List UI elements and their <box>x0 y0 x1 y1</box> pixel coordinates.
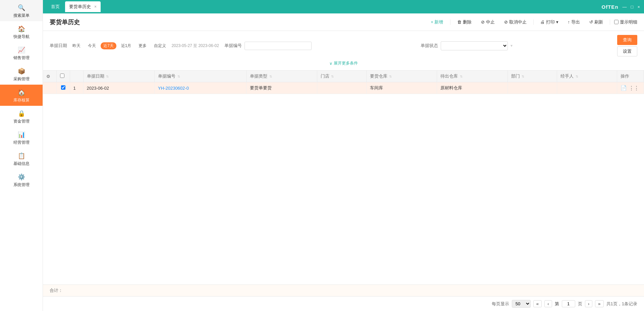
col-pending-warehouse[interactable]: 待出仓库 ⇅ <box>437 71 507 82</box>
print-button[interactable]: 🖨 打印 ▾ <box>538 18 561 27</box>
col-bill-type[interactable]: 单据类型 ⇅ <box>247 71 317 82</box>
date-filter-1month[interactable]: 近1月 <box>118 42 134 49</box>
col-handler[interactable]: 经手人 ⇅ <box>557 71 617 82</box>
cell-checkbox <box>56 82 70 94</box>
tab-active[interactable]: 要货单历史 × <box>65 1 101 12</box>
last-page-button[interactable]: » <box>595 300 603 307</box>
sort-handler-icon: ⇅ <box>576 75 578 78</box>
sort-store-icon: ⇅ <box>331 75 334 78</box>
date-filter-more[interactable]: 更多 <box>136 42 149 49</box>
export-icon: ↑ <box>568 19 570 25</box>
cell-bill-type: 要货单要货 <box>247 82 317 94</box>
col-store[interactable]: 门店 ⇅ <box>317 71 366 82</box>
col-req-warehouse[interactable]: 要货仓库 ⇅ <box>366 71 437 82</box>
bill-no-filter-group: 单据编号 <box>224 42 416 50</box>
sort-date-icon: ⇅ <box>106 75 109 78</box>
cell-pending-warehouse: 原材料仓库 <box>437 82 507 94</box>
total-info: 共1页，1条记录 <box>606 301 637 307</box>
system-icon: ⚙️ <box>18 173 25 181</box>
col-date[interactable]: 单据日期 ⇅ <box>83 71 155 82</box>
page-header: 要货单历史 + 新增 🗑 删除 ⊘ 中止 ⊘ 取消中止 🖨 打印 ▾ <box>43 13 644 31</box>
query-button[interactable]: 查询 <box>617 35 637 45</box>
cell-bill-no[interactable]: YH-20230602-0 <box>155 82 247 94</box>
sidebar-item-finance[interactable]: 🔒 资金管理 <box>0 106 43 127</box>
page-go-label: 第 <box>555 301 559 307</box>
export-button[interactable]: ↑ 导出 <box>565 18 583 27</box>
sidebar-item-inventory[interactable]: 🏠 库存核算 <box>0 85 43 106</box>
col-bill-no[interactable]: 单据编号 ⇅ <box>155 71 247 82</box>
expand-more-btn[interactable]: ∨ 展开更多条件 <box>50 59 637 68</box>
date-filter-group: 单据日期 昨天 今天 近7天 近1月 更多 自定义 2023-05-27 至 2… <box>50 42 219 49</box>
page-title: 要货单历史 <box>50 18 428 26</box>
first-page-button[interactable]: « <box>533 300 542 307</box>
sidebar-item-sales[interactable]: 📈 销售管理 <box>0 42 43 63</box>
delete-icon: 🗑 <box>457 19 462 25</box>
topbar-right: OfTEn — □ × <box>602 4 640 10</box>
status-filter-group: 单据状态 ▾ <box>421 41 612 50</box>
row-op-icons: 📄 ⋮⋮ <box>621 85 640 91</box>
table-area: ⚙ 单据日期 ⇅ 单据编号 ⇅ 单据类型 ⇅ <box>43 71 644 284</box>
sidebar-item-system[interactable]: ⚙️ 系统管理 <box>0 169 43 190</box>
cell-dept <box>507 82 557 94</box>
expand-icon: ∨ <box>329 61 332 66</box>
col-settings[interactable]: ⚙ <box>43 71 56 82</box>
print-icon: 🖨 <box>540 19 545 25</box>
date-range-display: 2023-05-27 至 2023-06-02 <box>171 43 219 49</box>
cell-req-warehouse: 车间库 <box>366 82 437 94</box>
new-button[interactable]: + 新增 <box>428 18 446 27</box>
finance-icon: 🔒 <box>18 110 25 117</box>
sidebar-item-search[interactable]: 🔍 搜索菜单 <box>0 0 43 21</box>
status-label: 单据状态 <box>421 43 438 49</box>
print-dropdown-icon: ▾ <box>556 19 558 25</box>
date-filter-today[interactable]: 今天 <box>85 42 99 49</box>
toolbar-divider-2 <box>533 19 534 25</box>
toolbar-divider-3 <box>610 19 610 25</box>
refresh-button[interactable]: ↺ 刷新 <box>587 18 606 27</box>
prev-page-button[interactable]: ‹ <box>544 300 552 307</box>
main-content: 首页 要货单历史 × OfTEn — □ × 要货单历史 + 新增 🗑 删除 ⊘… <box>43 0 644 311</box>
cell-operations: 📄 ⋮⋮ <box>617 82 644 94</box>
close-tab-icon[interactable]: × <box>94 4 97 9</box>
date-quick-filters: 昨天 今天 近7天 近1月 更多 自定义 <box>70 42 169 49</box>
row-more-icon[interactable]: ⋮⋮ <box>629 85 639 91</box>
sum-label: 合计： <box>50 287 63 294</box>
window-close-icon[interactable]: × <box>637 4 640 9</box>
purchase-icon: 📦 <box>18 68 25 75</box>
page-number-input[interactable] <box>562 300 575 307</box>
topbar: 首页 要货单历史 × OfTEn — □ × <box>43 0 644 13</box>
delete-button[interactable]: 🗑 删除 <box>454 18 474 27</box>
sidebar-item-quick-nav[interactable]: 🏠 快捷导航 <box>0 21 43 42</box>
show-detail-checkbox-label: 显示明细 <box>614 19 637 25</box>
col-dept[interactable]: 部门 ⇅ <box>507 71 557 82</box>
select-all-checkbox[interactable] <box>60 74 64 78</box>
sidebar-item-purchase[interactable]: 📦 采购管理 <box>0 63 43 85</box>
date-filter-yesterday[interactable]: 昨天 <box>70 42 83 49</box>
per-page-select[interactable]: 50 10 20 100 <box>512 300 531 308</box>
cancel-stop-button[interactable]: ⊘ 取消中止 <box>501 18 529 27</box>
brand-label: OfTEn <box>602 4 619 10</box>
sidebar-item-operations[interactable]: 📊 经营管理 <box>0 127 43 148</box>
row-edit-icon[interactable]: 📄 <box>621 85 627 91</box>
pagination: 每页显示 50 10 20 100 « ‹ 第 页 › » 共1页，1条记录 <box>43 296 644 311</box>
sales-icon: 📈 <box>18 46 25 54</box>
col-checkbox <box>56 71 70 82</box>
stop-button[interactable]: ⊘ 中止 <box>478 18 497 27</box>
data-table: ⚙ 单据日期 ⇅ 单据编号 ⇅ 单据类型 ⇅ <box>43 71 644 94</box>
date-filter-7days[interactable]: 近7天 <box>101 42 116 49</box>
date-filter-custom[interactable]: 自定义 <box>151 42 169 49</box>
sort-pending-warehouse-icon: ⇅ <box>460 75 463 78</box>
filter-row-1: 单据日期 昨天 今天 近7天 近1月 更多 自定义 2023-05-27 至 2… <box>50 35 637 56</box>
quick-nav-icon: 🏠 <box>18 25 25 33</box>
row-checkbox[interactable] <box>61 85 65 90</box>
window-minimize-icon[interactable]: — <box>623 4 627 9</box>
sidebar-item-basic-info[interactable]: 📋 基础信息 <box>0 148 43 169</box>
next-page-button[interactable]: › <box>585 300 592 307</box>
refresh-icon: ↺ <box>589 19 593 25</box>
window-maximize-icon[interactable]: □ <box>631 4 634 9</box>
settings-button[interactable]: 设置 <box>617 46 637 56</box>
table-row: 1 2023-06-02 YH-20230602-0 要货单要货 车间库 原材料… <box>43 82 644 94</box>
bill-no-input[interactable] <box>245 42 312 50</box>
show-detail-checkbox[interactable] <box>614 20 619 24</box>
status-select[interactable] <box>441 41 508 50</box>
tab-home[interactable]: 首页 <box>47 1 64 12</box>
